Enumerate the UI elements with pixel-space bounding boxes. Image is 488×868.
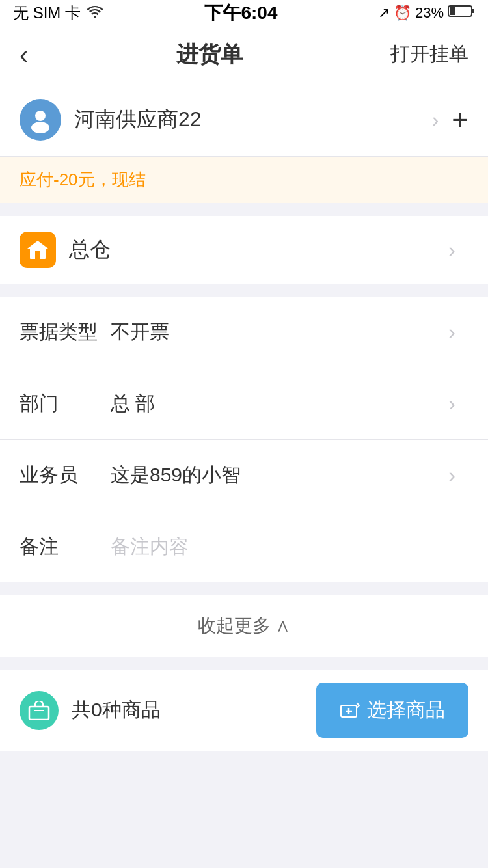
gray-area <box>0 751 488 868</box>
select-product-button[interactable]: 选择商品 <box>316 683 468 738</box>
warehouse-row[interactable]: 总仓 › <box>0 216 488 284</box>
svg-point-3 <box>35 111 46 121</box>
notice-bar: 应付-20元，现结 <box>0 157 488 203</box>
wifi-icon <box>86 4 104 22</box>
svg-rect-2 <box>450 7 455 15</box>
warehouse-icon <box>20 232 56 268</box>
select-product-label: 选择商品 <box>367 697 445 724</box>
supplier-section: 河南供应商22 › + <box>0 83 488 157</box>
location-icon: ↗ <box>378 5 390 21</box>
salesperson-chevron-icon: › <box>448 463 455 487</box>
form-section: 票据类型 不开票 › 部门 总 部 › 业务员 这是859的小智 › 备注 备注… <box>0 297 488 582</box>
collapse-button[interactable]: 收起更多 ∧ <box>0 595 488 657</box>
bottom-bar: 共0种商品 选择商品 <box>0 670 488 751</box>
svg-rect-1 <box>472 9 474 13</box>
status-bar: 无 SIM 卡 下午6:04 ↗ ⏰ 23% <box>0 0 488 26</box>
invoice-type-value: 不开票 <box>111 319 448 346</box>
add-supplier-button[interactable]: + <box>452 105 468 134</box>
supplier-name: 河南供应商22 <box>74 105 432 134</box>
svg-point-4 <box>31 122 49 133</box>
svg-rect-8 <box>29 707 49 720</box>
svg-rect-7 <box>35 251 40 259</box>
invoice-chevron-icon: › <box>448 320 455 344</box>
salesperson-value: 这是859的小智 <box>111 462 448 489</box>
open-pending-button[interactable]: 打开挂单 <box>390 41 468 68</box>
notice-text: 应付-20元，现结 <box>20 170 146 189</box>
battery-percent: 23% <box>415 5 444 21</box>
remark-row[interactable]: 备注 备注内容 <box>0 511 488 582</box>
alarm-icon: ⏰ <box>394 5 411 21</box>
back-button[interactable]: ‹ <box>20 42 28 68</box>
status-time: 下午6:04 <box>204 1 277 25</box>
department-row[interactable]: 部门 总 部 › <box>0 368 488 440</box>
invoice-type-row[interactable]: 票据类型 不开票 › <box>0 297 488 368</box>
department-chevron-icon: › <box>448 392 455 416</box>
content: 河南供应商22 › + 应付-20元，现结 总仓 › 票据类型 不开票 › 部门… <box>0 83 488 868</box>
page-title: 进货单 <box>176 40 243 70</box>
department-value: 总 部 <box>111 390 448 417</box>
battery-icon <box>448 4 475 22</box>
status-right: ↗ ⏰ 23% <box>378 4 475 22</box>
collapse-label: 收起更多 ∧ <box>198 616 291 636</box>
department-label: 部门 <box>20 390 111 417</box>
supplier-chevron-icon: › <box>432 108 439 132</box>
status-left: 无 SIM 卡 <box>13 3 104 23</box>
warehouse-chevron-icon: › <box>448 238 455 262</box>
invoice-type-label: 票据类型 <box>20 319 111 346</box>
signal-text: 无 SIM 卡 <box>13 3 81 23</box>
warehouse-label: 总仓 <box>69 236 448 264</box>
product-count-text: 共0种商品 <box>72 697 303 724</box>
supplier-avatar <box>20 99 61 141</box>
svg-marker-6 <box>27 241 48 249</box>
nav-bar: ‹ 进货单 打开挂单 <box>0 26 488 83</box>
remark-placeholder: 备注内容 <box>111 534 468 560</box>
salesperson-label: 业务员 <box>20 462 111 489</box>
supplier-row[interactable]: 河南供应商22 › + <box>0 83 488 157</box>
remark-label: 备注 <box>20 534 111 560</box>
product-icon <box>20 691 59 730</box>
salesperson-row[interactable]: 业务员 这是859的小智 › <box>0 440 488 511</box>
